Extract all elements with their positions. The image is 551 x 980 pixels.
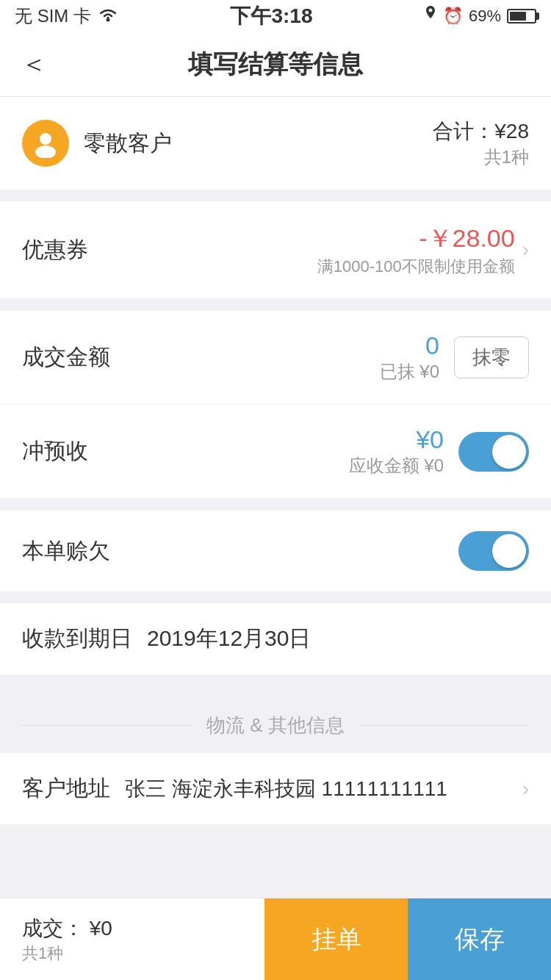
bottom-bar: 成交： ¥0 共1种 挂单 保存 (0, 898, 551, 980)
customer-avatar (22, 120, 69, 167)
section-divider (0, 686, 551, 698)
back-button[interactable]: ＜ (21, 46, 47, 82)
prepaid-amount: ¥0 (349, 425, 444, 454)
coupon-section: 优惠券 -￥28.00 满1000-100不限制使用金额 › (0, 201, 551, 299)
due-date-row[interactable]: 收款到期日 2019年12月30日 (22, 624, 529, 654)
address-chevron-icon: › (522, 777, 529, 801)
user-icon (31, 129, 60, 158)
coupon-label: 优惠券 (22, 235, 88, 265)
due-date-value: 2019年12月30日 (147, 624, 311, 654)
coupon-right: -￥28.00 满1000-100不限制使用金额 › (317, 222, 529, 278)
status-bar: 无 SIM 卡 下午3:18 ⏰ 69% (0, 0, 551, 32)
logistics-line-left (22, 725, 192, 726)
logistics-section: 物流 & 其他信息 (0, 698, 551, 753)
coupon-amount: -￥28.00 (317, 222, 515, 256)
prepaid-right: ¥0 应收金额 ¥0 (349, 425, 529, 478)
address-value: 张三 海淀永丰科技园 11111111111 (125, 775, 515, 803)
customer-right: 合计：¥28 共1种 (433, 118, 529, 169)
status-time: 下午3:18 (230, 2, 312, 30)
logistics-header: 物流 & 其他信息 (22, 713, 529, 738)
logistics-line-right (359, 725, 529, 726)
already-cleared: 已抹 ¥0 (380, 360, 439, 383)
alarm-icon: ⏰ (443, 7, 463, 26)
transaction-right-stack: 0 已抹 ¥0 (380, 331, 439, 383)
bottom-info: 成交： ¥0 共1种 (0, 915, 264, 965)
bottom-deal: 成交： ¥0 (22, 915, 242, 943)
customer-count: 共1种 (433, 145, 529, 169)
due-date-section: 收款到期日 2019年12月30日 (0, 603, 551, 674)
battery-percent: 69% (469, 7, 501, 26)
status-right: ⏰ 69% (424, 6, 536, 26)
toggle-knob (492, 435, 526, 469)
address-section[interactable]: 客户地址 张三 海淀永丰科技园 11111111111 › (0, 753, 551, 824)
debit-toggle-knob (492, 534, 526, 568)
prepaid-row: 冲预收 ¥0 应收金额 ¥0 (0, 405, 551, 499)
save-button[interactable]: 保存 (408, 898, 551, 980)
customer-row[interactable]: 零散客户 合计：¥28 共1种 (0, 97, 551, 190)
location-icon (424, 6, 437, 26)
transaction-section: 成交金额 0 已抹 ¥0 抹零 冲预收 ¥0 应收金额 ¥0 (0, 311, 551, 499)
sim-status: 无 SIM 卡 (15, 4, 91, 28)
content: 零散客户 合计：¥28 共1种 优惠券 -￥28.00 满1000-100不限制… (0, 97, 551, 912)
hold-button[interactable]: 挂单 (264, 898, 408, 980)
page-title: 填写结算等信息 (188, 48, 363, 82)
prepaid-toggle[interactable] (458, 432, 529, 472)
svg-point-2 (35, 145, 56, 158)
debit-label: 本单赊欠 (22, 536, 110, 566)
bottom-actions: 挂单 保存 (264, 898, 551, 980)
customer-name: 零散客户 (84, 129, 172, 159)
battery-icon (507, 9, 536, 24)
prepaid-stack: ¥0 应收金额 ¥0 (349, 425, 444, 478)
customer-left: 零散客户 (22, 120, 172, 167)
round-button[interactable]: 抹零 (454, 336, 529, 378)
transaction-value[interactable]: 0 (425, 331, 439, 359)
battery-fill (510, 12, 526, 21)
status-left: 无 SIM 卡 (15, 4, 119, 28)
logistics-header-text: 物流 & 其他信息 (206, 713, 345, 738)
chevron-right-icon: › (522, 238, 529, 262)
transaction-label: 成交金额 (22, 342, 110, 372)
transaction-row: 成交金额 0 已抹 ¥0 抹零 (0, 311, 551, 405)
coupon-row[interactable]: 优惠券 -￥28.00 满1000-100不限制使用金额 › (0, 201, 551, 299)
prepaid-label: 冲预收 (22, 436, 88, 466)
nav-bar: ＜ 填写结算等信息 (0, 32, 551, 97)
transaction-right: 0 已抹 ¥0 抹零 (380, 331, 529, 383)
debit-section: 本单赊欠 (0, 511, 551, 591)
coupon-desc: 满1000-100不限制使用金额 (317, 256, 515, 278)
svg-point-0 (107, 18, 110, 22)
due-date-label: 收款到期日 (22, 624, 132, 654)
coupon-right-content: -￥28.00 满1000-100不限制使用金额 (317, 222, 515, 278)
customer-total: 合计：¥28 (433, 118, 529, 145)
wifi-icon (97, 6, 119, 26)
bottom-count: 共1种 (22, 943, 242, 965)
svg-point-1 (40, 133, 51, 145)
prepaid-receivable: 应收金额 ¥0 (349, 454, 444, 478)
debit-toggle[interactable] (458, 531, 529, 571)
address-label: 客户地址 (22, 774, 110, 804)
